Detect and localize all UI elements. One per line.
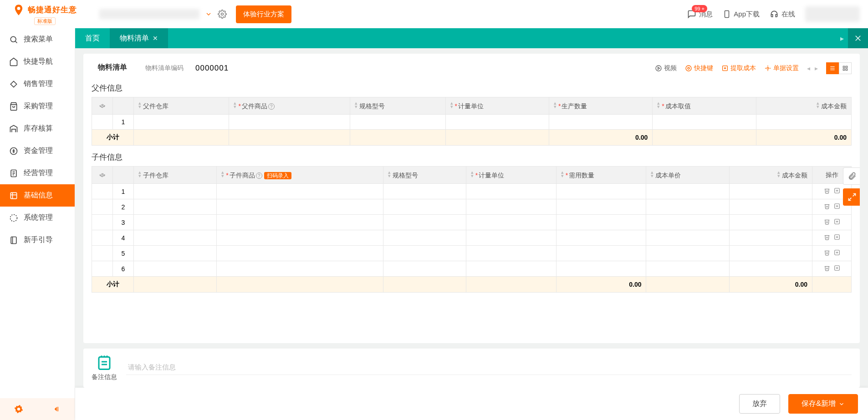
cell[interactable] xyxy=(383,184,466,199)
col-parent-wh[interactable]: ▴▾父件仓库 xyxy=(134,97,229,115)
cell[interactable] xyxy=(445,115,549,130)
cell[interactable] xyxy=(729,199,812,215)
sidebar-item-inventory[interactable]: 库存核算 xyxy=(0,117,75,140)
cell[interactable] xyxy=(217,184,383,199)
table-row[interactable]: 3 xyxy=(92,215,852,230)
tool-shortcut[interactable]: 快捷键 xyxy=(685,64,713,72)
table-row[interactable]: 5 xyxy=(92,246,852,261)
sidebar-item-purchase[interactable]: 采购管理 xyxy=(0,95,75,117)
tool-extract-cost[interactable]: 提取成本 xyxy=(721,64,756,72)
gear-icon[interactable] xyxy=(14,405,23,414)
promo-button[interactable]: 体验行业方案 xyxy=(236,5,291,23)
close-all-tabs-button[interactable] xyxy=(848,28,868,48)
table-row[interactable]: 4 xyxy=(92,230,852,246)
sidebar-item-operation[interactable]: 经营管理 xyxy=(0,162,75,184)
add-row-icon[interactable] xyxy=(834,188,840,195)
sidebar-item-basicinfo[interactable]: 基础信息 xyxy=(0,184,75,207)
delete-row-icon[interactable] xyxy=(824,188,830,195)
sidebar-item-search[interactable]: 搜索菜单 xyxy=(0,28,75,51)
delete-row-icon[interactable] xyxy=(824,234,830,242)
cell[interactable] xyxy=(729,261,812,277)
cell[interactable] xyxy=(556,215,646,230)
prev-record-icon[interactable]: ◂ xyxy=(807,65,810,72)
col-parent-uom[interactable]: ▴▾*计量单位 xyxy=(445,97,549,115)
app-download-link[interactable]: App下载 xyxy=(723,10,760,19)
collapse-sidebar-icon[interactable] xyxy=(51,405,61,414)
cell[interactable] xyxy=(556,184,646,199)
cell[interactable] xyxy=(217,199,383,215)
cell[interactable] xyxy=(229,115,350,130)
cell[interactable] xyxy=(134,215,217,230)
cell[interactable] xyxy=(653,115,756,130)
sidebar-item-guide[interactable]: 新手引导 xyxy=(0,229,75,251)
tab-bom[interactable]: 物料清单 ✕ xyxy=(110,28,168,48)
save-and-new-button[interactable]: 保存&新增 xyxy=(788,394,858,414)
cell[interactable] xyxy=(134,230,217,246)
sidebar-item-sales[interactable]: 销售管理 xyxy=(0,73,75,95)
table-row[interactable]: 6 xyxy=(92,261,852,277)
sidebar-item-quicknav[interactable]: 快捷导航 xyxy=(0,51,75,73)
col-config[interactable] xyxy=(92,97,113,115)
cell[interactable] xyxy=(383,230,466,246)
fullscreen-button[interactable] xyxy=(843,188,860,206)
cell[interactable] xyxy=(729,215,812,230)
col-parent-costamt[interactable]: ▴▾成本金额 xyxy=(756,97,851,115)
cell[interactable] xyxy=(350,115,445,130)
cell[interactable] xyxy=(466,184,556,199)
discard-button[interactable]: 放弃 xyxy=(739,394,780,414)
add-row-icon[interactable] xyxy=(834,219,840,226)
delete-row-icon[interactable] xyxy=(824,203,830,211)
cell[interactable] xyxy=(134,184,217,199)
messages-link[interactable]: 消息 99 + xyxy=(687,10,713,19)
cell[interactable] xyxy=(217,261,383,277)
col-child-item[interactable]: ▴▾*子件商品?扫码录入 xyxy=(217,167,383,184)
col-child-uom[interactable]: ▴▾*计量单位 xyxy=(466,167,556,184)
cell[interactable] xyxy=(466,246,556,261)
cell[interactable] xyxy=(729,184,812,199)
tab-scroll-right-icon[interactable]: ▸ xyxy=(836,28,848,48)
add-row-icon[interactable] xyxy=(834,250,840,257)
next-record-icon[interactable]: ▸ xyxy=(815,65,818,72)
cell[interactable] xyxy=(134,115,229,130)
cell[interactable] xyxy=(466,215,556,230)
cell[interactable] xyxy=(383,246,466,261)
cell[interactable] xyxy=(646,246,729,261)
table-row[interactable]: 1 xyxy=(92,115,852,130)
add-row-icon[interactable] xyxy=(834,234,840,242)
cell[interactable] xyxy=(134,246,217,261)
cell[interactable] xyxy=(646,215,729,230)
cell[interactable] xyxy=(217,230,383,246)
cell[interactable] xyxy=(556,261,646,277)
col-child-spec[interactable]: ▴▾规格型号 xyxy=(383,167,466,184)
col-parent-qty[interactable]: ▴▾*生产数量 xyxy=(549,97,652,115)
cell[interactable] xyxy=(217,246,383,261)
col-parent-spec[interactable]: ▴▾规格型号 xyxy=(350,97,445,115)
cell[interactable] xyxy=(556,246,646,261)
help-icon[interactable]: ? xyxy=(268,103,275,110)
table-row[interactable]: 2 xyxy=(92,199,852,215)
sidebar-item-finance[interactable]: 资金管理 xyxy=(0,140,75,162)
tab-home[interactable]: 首页 xyxy=(75,28,110,48)
cell[interactable] xyxy=(646,230,729,246)
cell[interactable] xyxy=(383,215,466,230)
org-selector[interactable] xyxy=(99,9,227,19)
cell[interactable] xyxy=(383,261,466,277)
delete-row-icon[interactable] xyxy=(824,250,830,257)
cell[interactable] xyxy=(134,261,217,277)
support-link[interactable]: 在线 xyxy=(770,10,795,19)
cell[interactable] xyxy=(646,261,729,277)
help-icon[interactable]: ? xyxy=(256,172,262,179)
view-grid-icon[interactable] xyxy=(839,62,852,74)
col-parent-costfrom[interactable]: ▴▾*成本取值 xyxy=(653,97,756,115)
close-tab-icon[interactable]: ✕ xyxy=(153,35,158,42)
cell[interactable] xyxy=(134,199,217,215)
org-settings-icon[interactable] xyxy=(218,10,227,19)
remark-input[interactable] xyxy=(126,355,852,375)
cell[interactable] xyxy=(549,115,652,130)
sidebar-item-system[interactable]: 系统管理 xyxy=(0,207,75,229)
attachment-button[interactable] xyxy=(843,167,860,185)
table-row[interactable]: 1 xyxy=(92,184,852,199)
delete-row-icon[interactable] xyxy=(824,265,830,273)
scan-input-tag[interactable]: 扫码录入 xyxy=(264,172,291,179)
cell[interactable] xyxy=(383,199,466,215)
